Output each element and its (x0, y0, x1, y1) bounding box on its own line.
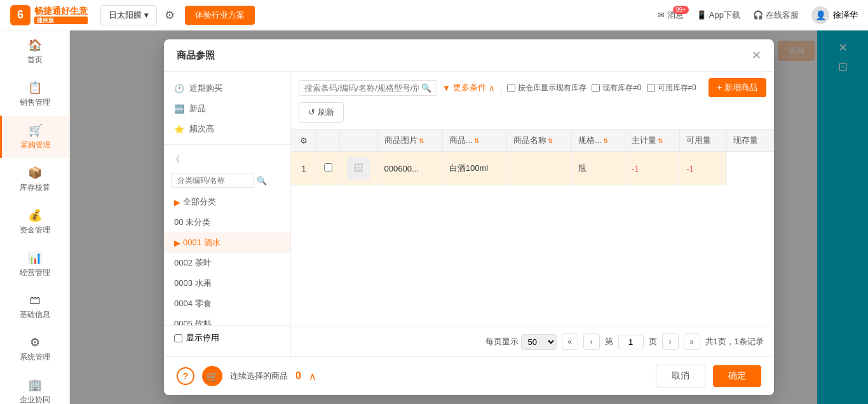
cat-item-0001[interactable]: ▶ 0001 酒水 (164, 232, 290, 253)
cancel-button[interactable]: 取消 (656, 365, 705, 387)
page-number-input[interactable] (618, 335, 644, 349)
page-label: 第 (605, 336, 613, 347)
service-label: 在线客服 (766, 10, 799, 21)
th-unit[interactable]: 主计量 ⇅ (625, 130, 679, 152)
by-warehouse-checkbox[interactable] (507, 84, 515, 92)
sidebar-item-enterprise[interactable]: 🏢 企业协同 (0, 370, 69, 404)
next-page-btn[interactable]: › (662, 333, 679, 350)
sidebar-label-sales: 销售管理 (20, 97, 50, 108)
topbar: 6 畅捷通好生意 捷目版 日太阳膜 ▾ ⚙ 体验行业方案 ✉ 消息 99+ 📱 … (0, 0, 868, 30)
settings-icon[interactable]: ⚙ (165, 8, 175, 22)
high-freq-icon: ⭐ (174, 125, 184, 134)
nav-right: ✉ 消息 99+ 📱 App下载 🎧 在线客服 👤 徐泽华 (658, 6, 858, 24)
th-spec[interactable]: 规格... ⇅ (572, 130, 625, 152)
cat-item-00[interactable]: 00 未分类 (164, 212, 290, 232)
per-page-dropdown[interactable]: 50 10 20 100 (521, 334, 557, 350)
sidebar-item-sales[interactable]: 📋 销售管理 (0, 73, 69, 116)
row-checkbox[interactable] (324, 163, 332, 172)
more-filter-btn[interactable]: ▼ 更多条件 ∧ (442, 82, 495, 93)
modal-header: 商品参照 ✕ (164, 39, 774, 72)
collapse-row: 《 (164, 150, 290, 169)
enterprise-icon: 🏢 (28, 378, 42, 392)
cat-item-0002[interactable]: 0002 茶叶 (164, 253, 290, 273)
sidebar-item-home[interactable]: 🏠 首页 (0, 30, 69, 73)
th-available-label: 可用量 (686, 135, 711, 145)
table-row[interactable]: 1 🖼 (291, 152, 774, 185)
page-suffix: 页 (649, 336, 657, 347)
sidebar-item-finance[interactable]: 💰 资金管理 (0, 201, 69, 243)
filter-sep: | (500, 83, 502, 93)
cat-all-label: 全部分类 (183, 196, 216, 208)
help-icon[interactable]: ? (177, 367, 194, 385)
cat-item-0004[interactable]: 0004 零食 (164, 293, 290, 314)
th-num (339, 130, 377, 152)
td-check[interactable] (316, 152, 339, 185)
online-service-nav[interactable]: 🎧 在线客服 (753, 10, 799, 21)
sort-icon-img: ⇅ (419, 137, 424, 144)
cat-label-0005: 0005 饮料 (174, 318, 212, 325)
confirm-button[interactable]: 确定 (713, 365, 761, 387)
left-search-area: 🔍 (164, 169, 290, 192)
th-spec-label: 规格... (578, 135, 602, 146)
has-stock-checkbox[interactable] (592, 84, 600, 92)
last-page-btn[interactable]: » (684, 333, 700, 350)
sidebar-label-basic: 基础信息 (20, 309, 50, 320)
app-download-nav[interactable]: 📱 App下载 (696, 10, 740, 21)
sidebar-item-purchase[interactable]: 🛒 采购管理 (0, 116, 69, 158)
gear-icon[interactable]: ⚙ (300, 136, 308, 145)
new-product-item[interactable]: 🆕 新品 (164, 98, 290, 119)
message-nav[interactable]: ✉ 消息 99+ (658, 10, 684, 21)
available-stock-checkbox[interactable] (647, 84, 655, 92)
cart-button[interactable]: 🛒 (202, 366, 222, 386)
th-unit-label: 主计量 (632, 135, 656, 146)
cat-item-0005[interactable]: 0005 饮料 (164, 314, 290, 325)
first-page-btn[interactable]: « (562, 333, 578, 350)
per-page-label: 每页显示 (485, 336, 519, 347)
add-product-button[interactable]: + 新增商品 (709, 78, 766, 97)
sidebar-item-inventory[interactable]: 📦 库存核算 (0, 158, 69, 201)
th-code[interactable]: 商品... ⇅ (442, 130, 507, 152)
collapse-btn[interactable]: 《 (172, 154, 180, 165)
th-name[interactable]: 商品名称 ⇅ (507, 130, 572, 152)
available-stock-filter[interactable]: 可用库存≠0 (647, 83, 696, 93)
td-available: -1 (625, 152, 679, 185)
td-code: 000600... (377, 152, 442, 185)
sidebar-label-system: 系统管理 (20, 352, 50, 363)
prev-page-btn[interactable]: ‹ (583, 333, 600, 350)
content-area: 查询 设置 ✕ ⊡ 商品参照 ✕ (70, 30, 868, 404)
footer-collapse-icon[interactable]: ∧ (309, 370, 316, 382)
product-search-input[interactable] (304, 83, 419, 93)
system-icon: ⚙ (30, 335, 40, 349)
th-gear[interactable]: ⚙ (291, 130, 316, 152)
high-freq-label: 频次高 (189, 123, 214, 135)
user-nav[interactable]: 👤 徐泽华 (811, 6, 858, 24)
sidebar-item-basic[interactable]: 🗃 基础信息 (0, 286, 69, 328)
nav-selector[interactable]: 日太阳膜 ▾ (100, 5, 157, 25)
recent-buy-item[interactable]: 🕐 近期购买 (164, 78, 290, 98)
category-search-icon[interactable]: 🔍 (257, 176, 267, 185)
cat-all[interactable]: ▶ 全部分类 (164, 192, 290, 212)
high-freq-item[interactable]: ⭐ 频次高 (164, 119, 290, 139)
filter-icon: ▼ (442, 83, 451, 93)
cat-item-0003[interactable]: 0003 水果 (164, 273, 290, 293)
app-label: App下载 (709, 10, 740, 21)
sidebar-item-system[interactable]: ⚙ 系统管理 (0, 328, 69, 370)
refresh-button[interactable]: ↺ 刷新 (299, 102, 344, 123)
sales-icon: 📋 (28, 81, 42, 95)
by-warehouse-label: 按仓库显示现有库存 (518, 83, 587, 93)
page-size-select: 每页显示 50 10 20 100 (485, 334, 557, 350)
sidebar-item-operations[interactable]: 📊 经营管理 (0, 243, 69, 286)
product-search-icon[interactable]: 🔍 (421, 83, 431, 93)
has-stock-filter[interactable]: 现有库存≠0 (592, 83, 641, 93)
display-disabled-checkbox[interactable] (174, 334, 182, 342)
by-warehouse-filter[interactable]: 按仓库显示现有库存 (507, 83, 587, 93)
modal-footer: ? 🛒 连续选择的商品 0 ∧ 取消 确定 (164, 356, 774, 395)
th-img[interactable]: 商品图片 ⇅ (377, 130, 442, 152)
modal-close-button[interactable]: ✕ (752, 48, 761, 62)
category-search-input[interactable] (172, 173, 254, 188)
basic-icon: 🗃 (29, 293, 41, 307)
trial-button[interactable]: 体验行业方案 (185, 6, 255, 25)
sort-icon-code: ⇅ (474, 137, 479, 144)
right-panel: 🔍 ▼ 更多条件 ∧ | 按仓库显示现有库存 (291, 72, 774, 356)
new-product-icon: 🆕 (174, 104, 184, 114)
